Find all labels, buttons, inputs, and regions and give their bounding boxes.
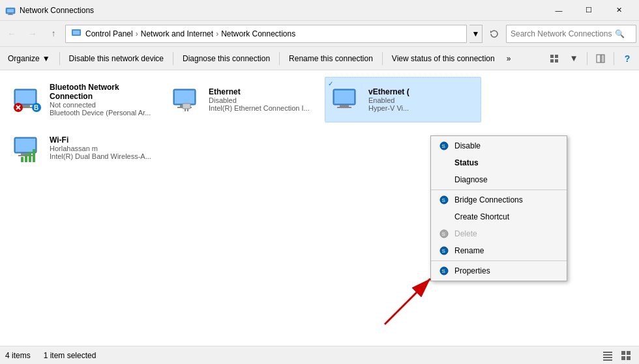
network-status-vethernet: Enabled bbox=[368, 96, 475, 104]
search-input[interactable] bbox=[511, 29, 615, 38]
svg-rect-5 bbox=[73, 31, 80, 35]
svg-rect-58 bbox=[627, 351, 631, 355]
breadcrumb-dropdown[interactable]: ▼ bbox=[469, 25, 483, 43]
ethernet-icon bbox=[171, 84, 202, 115]
ctx-delete-icon: S bbox=[439, 229, 449, 239]
toolbar-right: ▼ ? bbox=[545, 49, 636, 68]
ctx-shortcut[interactable]: Create Shortcut bbox=[431, 208, 567, 225]
svg-rect-3 bbox=[8, 14, 13, 15]
network-status-wifi: Horlahassan m bbox=[50, 145, 158, 152]
network-item-vethernet[interactable]: ✓ vEthernet ( Enabled Hyper-V Vi... bbox=[325, 77, 481, 122]
svg-text:B: B bbox=[34, 104, 38, 111]
ctx-disable-icon: S bbox=[439, 141, 449, 151]
ctx-shortcut-label: Create Shortcut bbox=[454, 212, 509, 221]
breadcrumb-network-connections[interactable]: Network Connections bbox=[221, 29, 295, 38]
preview-pane-button[interactable] bbox=[591, 49, 610, 68]
svg-rect-34 bbox=[16, 139, 35, 152]
maximize-button[interactable]: ☐ bbox=[574, 0, 604, 21]
network-details-vethernet: Hyper-V Vi... bbox=[368, 104, 473, 112]
breadcrumb-network-internet[interactable]: Network and Internet bbox=[141, 29, 213, 38]
breadcrumb-icon bbox=[71, 27, 82, 40]
ctx-rename-label: Rename bbox=[454, 246, 484, 255]
wifi-icon bbox=[12, 132, 43, 163]
ctx-separator-2 bbox=[431, 260, 567, 261]
search-box[interactable]: 🔍 bbox=[506, 25, 636, 43]
svg-rect-1 bbox=[7, 9, 14, 12]
svg-rect-56 bbox=[603, 359, 612, 361]
up-button[interactable]: ↑ bbox=[44, 25, 63, 43]
ctx-disable[interactable]: S Disable bbox=[431, 137, 567, 154]
svg-rect-57 bbox=[621, 351, 625, 355]
network-details-ethernet: Intel(R) Ethernet Connection I... bbox=[209, 104, 313, 112]
back-button[interactable]: ← bbox=[3, 25, 21, 43]
network-status-bluetooth: Not connected bbox=[50, 101, 158, 109]
svg-rect-9 bbox=[550, 59, 554, 63]
ctx-separator-1 bbox=[431, 189, 567, 190]
forward-button[interactable]: → bbox=[23, 25, 42, 43]
view-icons-button[interactable] bbox=[545, 49, 563, 68]
details-view-button[interactable] bbox=[600, 348, 616, 363]
status-right-icons bbox=[600, 348, 634, 363]
ctx-rename-icon: S bbox=[439, 245, 449, 256]
network-name-vethernet: vEthernet ( bbox=[368, 87, 475, 96]
window-title: Network Connections bbox=[20, 6, 544, 15]
more-button[interactable]: » bbox=[501, 49, 516, 68]
network-info-vethernet: vEthernet ( Enabled Hyper-V Vi... bbox=[368, 87, 475, 112]
network-item-ethernet[interactable]: Ethernet Disabled Intel(R) Ethernet Conn… bbox=[166, 77, 322, 122]
vethernet-icon bbox=[331, 84, 362, 115]
ctx-disable-label: Disable bbox=[454, 141, 481, 150]
svg-rect-59 bbox=[621, 356, 625, 360]
ctx-shortcut-icon bbox=[439, 212, 449, 222]
svg-rect-54 bbox=[603, 354, 612, 356]
svg-rect-30 bbox=[334, 91, 354, 104]
ctx-diagnose-icon bbox=[439, 175, 449, 185]
network-name-wifi: Wi-Fi bbox=[50, 135, 158, 145]
diagnose-button[interactable]: Diagnose this connection bbox=[177, 49, 275, 68]
ctx-status-icon bbox=[439, 158, 449, 168]
network-name-bluetooth: Bluetooth Network Connection bbox=[50, 83, 158, 101]
close-button[interactable]: ✕ bbox=[604, 0, 634, 21]
svg-rect-14 bbox=[16, 91, 35, 104]
status-bar: 4 items 1 item selected bbox=[0, 346, 639, 364]
network-details-wifi: Intel(R) Dual Band Wireless-A... bbox=[50, 152, 154, 160]
help-button[interactable]: ? bbox=[618, 49, 636, 68]
svg-rect-40 bbox=[33, 149, 35, 162]
ctx-delete[interactable]: S Delete bbox=[431, 225, 567, 242]
window-icon bbox=[5, 5, 16, 16]
network-item-bluetooth[interactable]: B Bluetooth Network Connection Not conne… bbox=[7, 77, 163, 122]
tiles-view-button[interactable] bbox=[618, 348, 634, 363]
view-dropdown-button[interactable]: ▼ bbox=[565, 49, 583, 68]
context-menu: S Disable Status Diagnose S Bridge Conne… bbox=[430, 135, 567, 281]
disable-device-button[interactable]: Disable this network device bbox=[64, 49, 169, 68]
svg-rect-37 bbox=[21, 157, 23, 162]
title-bar: Network Connections — ☐ ✕ bbox=[0, 0, 639, 21]
ctx-properties[interactable]: S Properties bbox=[431, 262, 567, 279]
bluetooth-icon: B bbox=[12, 84, 43, 115]
ctx-bridge-label: Bridge Connections bbox=[454, 195, 523, 204]
view-status-button[interactable]: View status of this connection bbox=[387, 49, 500, 68]
toolbar-separator-1 bbox=[59, 52, 60, 65]
ctx-properties-label: Properties bbox=[454, 266, 490, 275]
ctx-status[interactable]: Status bbox=[431, 154, 567, 171]
toolbar-separator-3 bbox=[279, 52, 280, 65]
network-info-ethernet: Ethernet Disabled Intel(R) Ethernet Conn… bbox=[209, 87, 317, 112]
organize-button[interactable]: Organize ▼ bbox=[3, 49, 55, 68]
refresh-button[interactable] bbox=[485, 25, 503, 43]
svg-rect-26 bbox=[183, 104, 190, 109]
address-breadcrumb[interactable]: Control Panel › Network and Internet › N… bbox=[65, 25, 467, 43]
minimize-button[interactable]: — bbox=[544, 0, 574, 21]
network-info-wifi: Wi-Fi Horlahassan m Intel(R) Dual Band W… bbox=[50, 135, 158, 160]
items-selected: 1 item selected bbox=[44, 351, 97, 360]
network-item-wifi[interactable]: Wi-Fi Horlahassan m Intel(R) Dual Band W… bbox=[7, 125, 163, 171]
ctx-diagnose[interactable]: Diagnose bbox=[431, 171, 567, 188]
ctx-rename[interactable]: S Rename bbox=[431, 242, 567, 259]
svg-rect-7 bbox=[550, 55, 554, 58]
ctx-bridge[interactable]: S Bridge Connections bbox=[431, 191, 567, 208]
breadcrumb-control-panel[interactable]: Control Panel bbox=[85, 29, 133, 38]
svg-text:S: S bbox=[442, 268, 445, 274]
ctx-delete-label: Delete bbox=[454, 229, 477, 238]
rename-button[interactable]: Rename this connection bbox=[284, 49, 378, 68]
toolbar: Organize ▼ Disable this network device D… bbox=[0, 47, 639, 70]
items-count: 4 items bbox=[5, 351, 31, 360]
toolbar-separator-5 bbox=[587, 52, 587, 65]
